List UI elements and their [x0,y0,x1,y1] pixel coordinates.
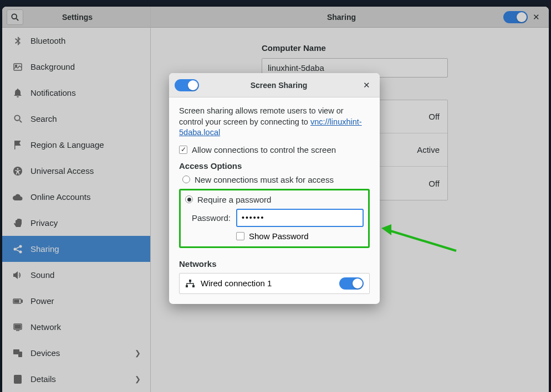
allow-control-checkbox-row[interactable]: Allow connections to control the screen [179,145,370,154]
svg-line-23 [387,230,456,251]
networks-section: Networks Wired connection 1 [179,259,370,294]
annotation-arrow [381,224,459,257]
show-password-row[interactable]: Show Password [236,231,364,241]
svg-marker-24 [381,224,391,235]
screen-sharing-toggle[interactable] [175,79,199,91]
dialog-header: Screen Sharing ✕ [169,73,380,97]
wired-network-icon [185,278,195,288]
dialog-body: Screen sharing allows remote users to vi… [169,97,380,304]
svg-rect-21 [186,285,188,287]
dialog-title: Screen Sharing [199,81,359,90]
dialog-description: Screen sharing allows remote users to vi… [179,106,370,138]
allow-control-checkbox[interactable] [179,146,187,154]
show-password-label: Show Password [249,231,309,241]
networks-heading: Networks [179,259,370,269]
allow-control-label: Allow connections to control the screen [192,145,336,154]
screen-sharing-dialog: Screen Sharing ✕ Screen sharing allows r… [169,73,380,304]
password-row: Password: [192,209,364,227]
network-item-toggle[interactable] [339,277,364,290]
svg-rect-22 [192,285,195,287]
radio-require-password[interactable] [185,195,193,203]
show-password-checkbox[interactable] [236,232,244,240]
radio-require-password-row[interactable]: Require a password [185,195,364,204]
password-label: Password: [192,213,232,223]
svg-rect-20 [189,280,191,282]
radio-ask-label: New connections must ask for access [195,175,334,184]
password-highlight-box: Require a password Password: Show Passwo… [179,189,370,248]
radio-password-label: Require a password [197,195,271,204]
network-item-wired: Wired connection 1 [179,273,370,294]
access-options-heading: Access Options [179,161,370,171]
radio-ask-access-row[interactable]: New connections must ask for access [179,175,370,184]
radio-ask-access[interactable] [182,176,190,183]
network-item-label: Wired connection 1 [201,278,272,288]
password-input[interactable] [236,209,364,227]
dialog-close-button[interactable]: ✕ [359,78,374,93]
